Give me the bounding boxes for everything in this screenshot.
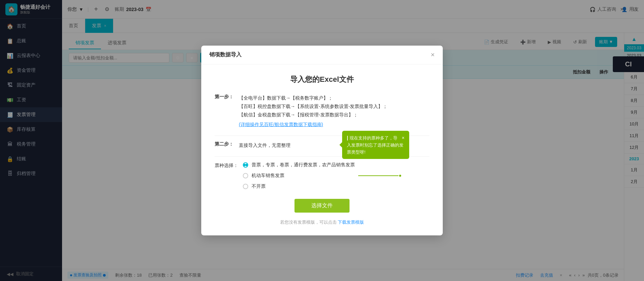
radio-motor[interactable]: 机动车销售发票 — [243, 173, 355, 179]
step1-content: 【全电平台】数据下载→【税务数字账户】； 【百旺】税控盘数据下载→【系统设置-系… — [239, 94, 429, 129]
tooltip-close-button[interactable]: × — [402, 134, 405, 142]
radio-motor-label: 机动车销售发票 — [252, 173, 284, 179]
radio-group: 普票，专票，卷票，通行费发票，农产品销售发票 机动车销售发票 不开票 — [243, 162, 355, 189]
step2-label: 第二步： — [215, 141, 235, 150]
select-file-button[interactable]: 选择文件 — [294, 199, 350, 213]
step1-link-row: (详细操作见百旺/航信发票数据下载指南) — [239, 120, 429, 129]
ticket-label: 票种选择： — [215, 162, 239, 169]
step1-guide-link[interactable]: (详细操作见百旺/航信发票数据下载指南) — [239, 122, 323, 127]
step1-label: 第一步： — [215, 94, 235, 129]
modal-close-button[interactable]: × — [431, 51, 435, 59]
modal-header: 销项数据导入 × — [201, 46, 443, 64]
radio-common[interactable]: 普票，专票，卷票，通行费发票，农产品销售发票 — [243, 162, 355, 168]
step1-line-1: 【全电平台】数据下载→【税务数字账户】； — [239, 94, 429, 102]
tooltip-dot — [398, 174, 402, 177]
radio-no-ticket-circle — [243, 184, 248, 189]
modal-overlay[interactable]: 销项数据导入 × 导入您的Excel文件 第一步： 【全电平台】数据下载→【税务… — [0, 0, 644, 281]
tooltip-connector — [358, 174, 402, 177]
modal-step1: 第一步： 【全电平台】数据下载→【税务数字账户】； 【百旺】税控盘数据下载→【系… — [215, 94, 429, 129]
radio-motor-circle — [243, 173, 248, 178]
radio-common-label: 普票，专票，卷票，通行费发票，农产品销售发票 — [252, 162, 355, 168]
radio-no-ticket[interactable]: 不开票 — [243, 183, 355, 189]
tooltip-text: 现在支持的票种多了，导入发票时别忘了选择正确的发票类型呀! — [347, 135, 404, 155]
modal-title: 销项数据导入 — [209, 51, 241, 58]
radio-common-circle — [243, 162, 248, 168]
step1-line-2: 【百旺】税控盘数据下载→【系统设置-系统参数设置-发票批量导入】； — [239, 102, 429, 111]
modal-footer-text: 若您没有发票模版，可以点击 — [280, 220, 337, 225]
step2-text: 直接导入文件，无需整理 — [239, 143, 290, 148]
ticket-selection-row: 票种选择： 普票，专票，卷票，通行费发票，农产品销售发票 机动车销售发票 — [215, 162, 429, 189]
step1-line-3: 【航信】金税盘数据下载→【报税管理-发票数据导出】； — [239, 111, 429, 119]
radio-no-ticket-label: 不开票 — [252, 183, 266, 189]
tooltip-popup: × | 现在支持的票种多了，导入发票时别忘了选择正确的发票类型呀! — [342, 131, 409, 159]
modal-footer: 若您没有发票模版，可以点击 下载发票模版 — [215, 219, 429, 225]
download-template-link[interactable]: 下载发票模版 — [338, 220, 364, 225]
modal-main-title: 导入您的Excel文件 — [215, 74, 429, 85]
modal-step1-row: 第一步： 【全电平台】数据下载→【税务数字账户】； 【百旺】税控盘数据下载→【系… — [215, 94, 429, 129]
